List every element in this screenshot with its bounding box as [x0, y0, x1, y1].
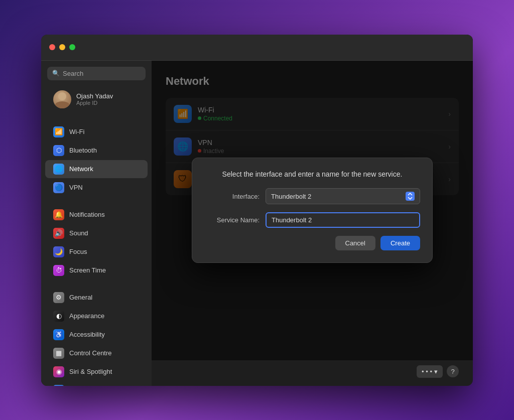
sidebar-item-screentime[interactable]: ⏱ Screen Time [45, 261, 148, 279]
dialog-title: Select the interface and enter a name fo… [204, 170, 420, 178]
sidebar-item-wifi[interactable]: 📶 Wi-Fi [45, 123, 148, 141]
sidebar-item-vpn[interactable]: 🔵 VPN [45, 179, 148, 197]
cancel-button[interactable]: Cancel [335, 236, 375, 250]
service-name-row: Service Name: [204, 212, 420, 228]
sidebar-item-sound-label: Sound [69, 229, 88, 237]
notifications-icon: 🔔 [53, 209, 64, 220]
maximize-button[interactable] [69, 44, 75, 50]
sidebar-item-siri-label: Siri & Spotlight [69, 368, 112, 375]
dots-icon: • • • [422, 368, 432, 375]
sidebar-item-bluetooth-label: Bluetooth [69, 147, 97, 154]
minimize-button[interactable] [59, 44, 65, 50]
sidebar-item-network-label: Network [69, 165, 93, 173]
appearance-icon: ◐ [53, 311, 64, 322]
create-button[interactable]: Create [380, 236, 420, 250]
sidebar-section-connectivity: 📶 Wi-Fi ⬡ Bluetooth 🌐 Network 🔵 VPN [41, 122, 152, 197]
search-icon: 🔍 [52, 70, 60, 77]
sidebar-item-controlcentre-label: Control Centre [69, 349, 112, 357]
sidebar-item-focus[interactable]: 🌙 Focus [45, 243, 148, 261]
bottom-bar: • • • ▾ ? [152, 360, 473, 386]
sidebar-item-focus-label: Focus [69, 248, 87, 255]
dropdown-arrow-icon: ▾ [434, 368, 438, 375]
sidebar-item-bluetooth[interactable]: ⬡ Bluetooth [45, 142, 148, 160]
focus-icon: 🌙 [53, 246, 64, 257]
sidebar-item-privacy[interactable]: 🔒 Privacy & Security [45, 381, 148, 386]
sidebar-item-siri[interactable]: ◉ Siri & Spotlight [45, 363, 148, 381]
service-name-label: Service Name: [204, 216, 260, 224]
traffic-lights [49, 44, 75, 50]
select-arrow-icon [406, 192, 415, 201]
privacy-icon: 🔒 [53, 385, 64, 386]
content-area: Network 📶 Wi-Fi Connected › [152, 61, 473, 360]
question-icon: ? [451, 368, 454, 375]
interface-row: Interface: Thunderbolt 2 [204, 188, 420, 204]
dialog-buttons: Cancel Create [204, 236, 420, 250]
sidebar-item-sound[interactable]: 🔊 Sound [45, 224, 148, 242]
bluetooth-icon: ⬡ [53, 145, 64, 156]
sound-icon: 🔊 [53, 228, 64, 239]
avatar-image [53, 90, 71, 108]
sidebar-item-general-label: General [69, 294, 92, 301]
search-bar[interactable]: 🔍 [47, 67, 146, 80]
content-wrapper: Network 📶 Wi-Fi Connected › [152, 61, 473, 386]
sidebar-item-appearance-label: Appearance [69, 312, 104, 320]
interface-select[interactable]: Thunderbolt 2 [266, 188, 420, 204]
sidebar-item-accessibility[interactable]: ♿ Accessibility [45, 326, 148, 344]
sidebar-item-notifications-label: Notifications [69, 211, 105, 218]
title-bar [41, 35, 473, 61]
siri-icon: ◉ [53, 366, 64, 377]
sidebar: 🔍 Ojash Yadav Apple ID [41, 61, 152, 386]
search-input[interactable] [63, 70, 141, 77]
sidebar-item-network[interactable]: 🌐 Network [45, 160, 148, 178]
sidebar-section-system: ⚙ General ◐ Appearance ♿ Accessibility ▦… [41, 288, 152, 386]
dialog: Select the interface and enter a name fo… [192, 158, 433, 263]
avatar-head [58, 92, 66, 100]
accessibility-icon: ♿ [53, 329, 64, 340]
interface-value: Thunderbolt 2 [271, 193, 311, 200]
modal-overlay: Select the interface and enter a name fo… [152, 61, 473, 360]
avatar-body [55, 101, 69, 108]
main-window: 🔍 Ojash Yadav Apple ID [41, 35, 473, 386]
sidebar-item-general[interactable]: ⚙ General [45, 289, 148, 307]
user-profile[interactable]: Ojash Yadav Apple ID [45, 86, 148, 112]
network-icon: 🌐 [53, 164, 64, 175]
avatar [53, 90, 71, 108]
user-info: Ojash Yadav Apple ID [76, 92, 113, 106]
sidebar-item-appearance[interactable]: ◐ Appearance [45, 307, 148, 325]
more-actions-button[interactable]: • • • ▾ [417, 365, 443, 378]
sidebar-item-wifi-label: Wi-Fi [69, 128, 84, 135]
main-layout: 🔍 Ojash Yadav Apple ID [41, 61, 473, 386]
screentime-icon: ⏱ [53, 265, 64, 276]
sidebar-item-vpn-label: VPN [69, 184, 83, 191]
wifi-icon: 📶 [53, 126, 64, 137]
interface-label: Interface: [204, 193, 260, 200]
sidebar-section-notifications: 🔔 Notifications 🔊 Sound 🌙 Focus ⏱ Screen… [41, 205, 152, 280]
user-name: Ojash Yadav [76, 92, 113, 100]
sidebar-item-controlcentre[interactable]: ▦ Control Centre [45, 344, 148, 362]
sidebar-item-accessibility-label: Accessibility [69, 331, 105, 338]
vpn-icon: 🔵 [53, 182, 64, 193]
sidebar-item-notifications[interactable]: 🔔 Notifications [45, 206, 148, 224]
user-subtitle: Apple ID [76, 100, 113, 106]
controlcentre-icon: ▦ [53, 348, 64, 359]
general-icon: ⚙ [53, 292, 64, 303]
service-name-input[interactable] [266, 212, 420, 228]
sidebar-item-screentime-label: Screen Time [69, 266, 106, 274]
close-button[interactable] [49, 44, 55, 50]
help-button[interactable]: ? [447, 365, 459, 377]
